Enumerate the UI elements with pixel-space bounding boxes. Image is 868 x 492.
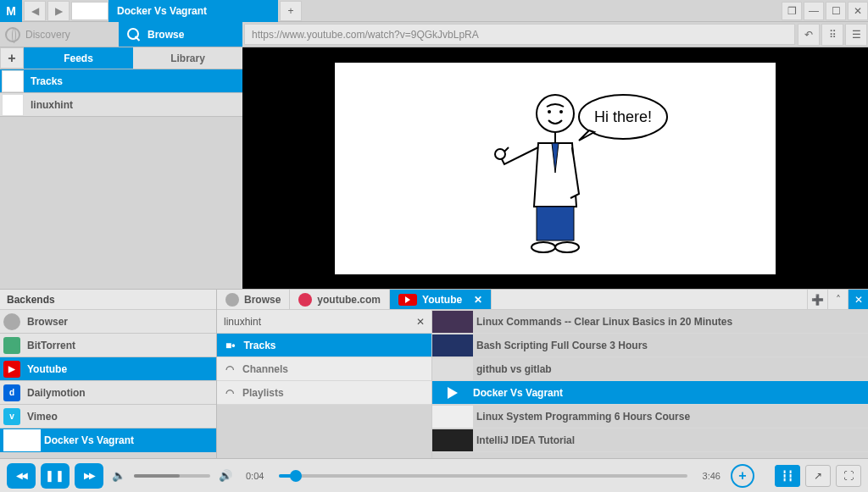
feed-item-tracks[interactable]: Tracks (0, 69, 242, 93)
track-row[interactable]: Linux Commands -- Clear Linux Basics in … (432, 310, 868, 334)
track-row-active[interactable]: Docker Vs Vagrant (432, 381, 868, 405)
youtube-icon: ▶ (3, 361, 20, 378)
cat-label: Tracks (243, 340, 275, 351)
add-tab-button[interactable]: + (280, 1, 302, 21)
search-value: linuxhint (224, 316, 261, 328)
backend-youtube[interactable]: ▶Youtube (0, 357, 216, 381)
share-button[interactable]: ↗ (805, 465, 831, 487)
backend-label: BitTorrent (27, 340, 75, 351)
volume-high-icon: 🔊 (215, 469, 236, 482)
grid-view-button[interactable]: ⠿ (821, 24, 843, 46)
cat-playlists[interactable]: ◠Playlists (217, 381, 431, 405)
list-view-button[interactable]: ☰ (845, 24, 867, 46)
collapse-button[interactable]: ˄ (827, 290, 848, 309)
add-button[interactable]: ➕ (807, 290, 827, 309)
track-row[interactable]: Bash Scripting Full Course 3 Hours (432, 334, 868, 357)
svg-point-1 (537, 95, 574, 132)
track-list: Linux Commands -- Clear Linux Basics in … (432, 310, 868, 458)
close-pane-button[interactable]: ✕ (848, 290, 868, 309)
track-row[interactable]: Linux System Programming 6 Hours Course (432, 405, 868, 428)
track-row[interactable]: github vs gitlab (432, 357, 868, 381)
play-icon (432, 387, 473, 399)
backends-header: Backends (0, 290, 216, 310)
cat-label: Playlists (242, 387, 284, 399)
track-label: Linux System Programming 6 Hours Course (476, 411, 690, 423)
titlebar: M ◀ ▶ Docker Vs Vagrant + ❐ — ☐ ✕ (0, 0, 868, 22)
category-column: linuxhint✕ ■•Tracks ◠Channels ◠Playlists (217, 310, 432, 458)
tab-library[interactable]: Library (133, 47, 242, 69)
volume-slider[interactable] (134, 474, 210, 478)
rss-icon: ◠ (225, 387, 234, 399)
tab-feeds[interactable]: Feeds (24, 47, 133, 69)
bittorrent-icon (3, 337, 20, 354)
feed-label: Tracks (25, 75, 63, 87)
seek-knob[interactable] (290, 470, 302, 482)
add-to-playlist-button[interactable]: + (731, 464, 754, 488)
url-bar[interactable]: https://www.youtube.com/watch?v=9QGkJvbL… (244, 24, 795, 45)
current-tab[interactable]: Docker Vs Vagrant (108, 0, 278, 22)
track-thumbnail (432, 311, 473, 333)
window-close-button[interactable]: ✕ (848, 2, 868, 20)
next-button[interactable] (75, 463, 103, 489)
reload-button[interactable]: ↶ (798, 24, 820, 46)
backend-vimeo[interactable]: vVimeo (0, 405, 216, 428)
svg-rect-5 (537, 207, 574, 240)
clear-search-icon[interactable]: ✕ (416, 316, 425, 328)
window-maximize-button[interactable]: ☐ (826, 2, 846, 20)
backend-label: Dailymotion (27, 387, 86, 399)
playback-bar: 🔈 🔊 0:04 3:46 + ┇┇ ↗ ⛶ (0, 458, 868, 492)
discovery-label: Discovery (0, 22, 119, 47)
video-player[interactable]: Hi there! (242, 47, 868, 289)
nav-forward-button[interactable]: ▶ (47, 1, 70, 21)
track-label: Docker Vs Vagrant (473, 387, 563, 399)
fullscreen-button[interactable]: ⛶ (836, 465, 861, 487)
seek-bar[interactable] (279, 474, 687, 478)
time-duration: 3:46 (698, 471, 726, 481)
backends-panel: Backends Browser BitTorrent ▶Youtube dDa… (0, 290, 217, 458)
pause-button[interactable] (41, 463, 70, 489)
nav-back-button[interactable]: ◀ (24, 1, 46, 21)
cat-channels[interactable]: ◠Channels (217, 357, 431, 381)
btab-youtube[interactable]: Youtube✕ (390, 290, 492, 309)
svg-point-4 (495, 149, 505, 159)
svg-point-2 (548, 110, 551, 113)
now-playing-label: Docker Vs Vagrant (44, 434, 134, 446)
btab-browse[interactable]: Browse (217, 290, 290, 309)
track-label: github vs gitlab (476, 363, 552, 375)
btab-label: Browse (244, 294, 281, 306)
svg-point-7 (555, 242, 579, 252)
backend-browser[interactable]: Browser (0, 310, 216, 334)
camera-icon: ■• (225, 340, 235, 351)
browse-pane: Browse youtube.com Youtube✕ ➕ ˄ ✕ linuxh… (217, 290, 868, 458)
browse-label: Browse (147, 29, 184, 41)
discovery-text: Discovery (25, 29, 70, 41)
window-popout-button[interactable]: ❐ (782, 2, 802, 20)
backend-label: Browser (27, 316, 68, 328)
search-icon (127, 28, 141, 41)
btab-youtube-com[interactable]: youtube.com (290, 290, 390, 309)
track-row[interactable]: IntelliJ IDEA Tutorial (432, 428, 868, 452)
time-current: 0:04 (241, 471, 269, 481)
track-thumbnail (432, 429, 473, 451)
feed-item-linuxhint[interactable]: linuxhint (0, 93, 242, 117)
dailymotion-icon: d (3, 384, 20, 401)
track-label: IntelliJ IDEA Tutorial (476, 434, 575, 446)
add-feed-button[interactable]: + (0, 47, 24, 69)
browse-button[interactable]: Browse (119, 22, 242, 47)
prev-button[interactable] (7, 463, 36, 489)
backend-bittorrent[interactable]: BitTorrent (0, 334, 216, 357)
speech-bubble-text: Hi there! (594, 108, 652, 125)
backend-dailymotion[interactable]: dDailymotion (0, 381, 216, 405)
window-minimize-button[interactable]: — (804, 2, 824, 20)
search-row[interactable]: linuxhint✕ (217, 310, 431, 334)
feed-thumbnail (2, 94, 24, 116)
track-label: Bash Scripting Full Course 3 Hours (476, 340, 648, 351)
video-frame: Hi there! (335, 63, 776, 274)
equalizer-button[interactable]: ┇┇ (775, 465, 800, 487)
close-icon[interactable]: ✕ (474, 294, 482, 306)
cat-tracks[interactable]: ■•Tracks (217, 334, 431, 357)
track-thumbnail (432, 358, 473, 380)
now-playing[interactable]: Docker Vs Vagrant (0, 428, 216, 452)
nav-bar: Discovery Browse https://www.youtube.com… (0, 22, 868, 47)
globe-icon (5, 27, 20, 42)
